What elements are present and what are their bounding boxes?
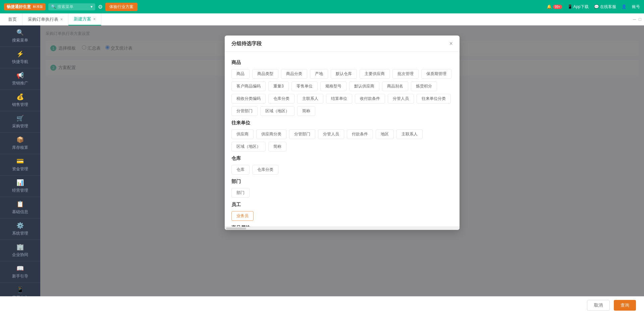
search-placeholder: 搜索菜单 xyxy=(57,4,73,10)
sidebar-item-purchase-label: 采购管理 xyxy=(12,123,28,129)
field-tag[interactable]: 分管人员 xyxy=(388,94,414,104)
field-tag[interactable]: 批次管理 xyxy=(392,69,419,79)
sidebar-item-enterprise-label: 企业协同 xyxy=(12,252,28,258)
field-tag[interactable]: 规格型号 xyxy=(320,81,346,91)
sidebar-item-basic-label: 基础信息 xyxy=(12,209,28,215)
tab-purchase[interactable]: 采购订单执行表 × xyxy=(22,13,68,25)
field-tag[interactable]: 商品 xyxy=(231,69,250,79)
field-tag[interactable]: 供应商分类 xyxy=(256,129,286,139)
field-tag[interactable]: 业务员 xyxy=(231,211,254,221)
tab-new[interactable]: 新建方案 × xyxy=(68,13,101,25)
cancel-button[interactable]: 取消 xyxy=(587,300,610,311)
sidebar-item-quick[interactable]: ⚡ 快捷导航 xyxy=(0,47,40,68)
field-tag[interactable]: 产地 xyxy=(310,69,328,79)
sidebar-item-sales[interactable]: 💰 销售管理 xyxy=(0,90,40,111)
sidebar: 🔍 搜索菜单 ⚡ 快捷导航 📢 营销推广 💰 销售管理 🛒 采购管理 📦 库存核… xyxy=(0,25,40,314)
confirm-button[interactable]: 查询 xyxy=(614,300,636,311)
field-tag[interactable]: 商品别名 xyxy=(382,81,408,91)
field-grid-partner: 供应商 供应商分类 分管部门 分管人员 付款条件 地区 主联系人 区域（地区） … xyxy=(231,129,453,151)
field-tag[interactable]: 仓库分类 xyxy=(268,94,294,104)
sidebar-item-purchase[interactable]: 🛒 采购管理 xyxy=(0,111,40,133)
field-tag[interactable]: 主联系人 xyxy=(396,129,423,139)
search-icon: 🔍 xyxy=(51,4,56,9)
field-grid-warehouse: 仓库 仓库分类 xyxy=(231,165,453,175)
online-service[interactable]: 💬 在线客服 xyxy=(594,4,616,10)
field-tag[interactable]: 商品类型 xyxy=(252,69,278,79)
section-title-department: 部门 xyxy=(231,179,453,185)
field-tag[interactable]: 炼货积分 xyxy=(411,81,437,91)
modal-body: 商品 商品 商品类型 商品分类 产地 默认仓库 主要供应商 批次管理 保质期管理… xyxy=(225,52,460,227)
field-tag[interactable]: 仓库分类 xyxy=(252,165,278,175)
finance-icon: 💳 xyxy=(16,158,24,165)
field-tag[interactable]: 默认供应商 xyxy=(349,81,379,91)
field-tag[interactable]: 分管部门 xyxy=(289,129,315,139)
field-tag[interactable]: 收付款条件 xyxy=(355,94,385,104)
field-tag[interactable]: 部门 xyxy=(231,188,250,198)
sidebar-item-enterprise[interactable]: 🏢 企业协同 xyxy=(0,240,40,261)
field-tag[interactable]: 客户商品编码 xyxy=(231,81,266,91)
field-tag[interactable]: 往来单位分类 xyxy=(417,94,451,104)
sidebar-item-finance-label: 资金管理 xyxy=(12,166,28,172)
field-tag[interactable]: 商品分类 xyxy=(281,69,307,79)
message-area[interactable]: 🔔 99+ xyxy=(547,4,562,9)
sidebar-item-sales-label: 销售管理 xyxy=(12,102,28,108)
tab-home-label: 首页 xyxy=(8,16,17,22)
field-tag[interactable]: 简称 xyxy=(297,106,315,116)
sidebar-item-guide[interactable]: 📖 新手引导 xyxy=(0,261,40,283)
modal-scrollbar-track[interactable] xyxy=(225,227,460,230)
sidebar-item-search[interactable]: 🔍 搜索菜单 xyxy=(0,25,40,47)
field-tag[interactable]: 供应商 xyxy=(231,129,254,139)
tab-expand[interactable]: □ xyxy=(639,17,641,22)
modal-header: 分组待选字段 × xyxy=(225,36,460,52)
sidebar-item-operation-label: 经营管理 xyxy=(12,188,28,193)
modal-title: 分组待选字段 xyxy=(231,41,262,47)
field-tag[interactable]: 区域（地区） xyxy=(260,106,294,116)
main-content: 采购订单执行表方案设置 1 选择模板 汇总表 交叉统计表 2 方案配置 xyxy=(40,25,644,314)
tab-new-close[interactable]: × xyxy=(93,17,96,21)
field-tag[interactable]: 仓库 xyxy=(231,165,250,175)
field-grid-employee: 业务员 xyxy=(231,211,453,221)
field-tag[interactable]: 零售单位 xyxy=(291,81,318,91)
tab-purchase-close[interactable]: × xyxy=(60,17,63,22)
sidebar-item-finance[interactable]: 💳 资金管理 xyxy=(0,154,40,176)
sidebar-item-system[interactable]: ⚙️ 系统管理 xyxy=(0,218,40,240)
field-tag[interactable]: 分管人员 xyxy=(318,129,344,139)
field-tag[interactable]: 主联系人 xyxy=(297,94,323,104)
user-avatar[interactable]: 👤 xyxy=(622,4,627,9)
dropdown-icon: ▾ xyxy=(91,4,93,9)
app-download[interactable]: 📱 App下载 xyxy=(568,4,589,10)
message-badge: 99+ xyxy=(553,5,562,9)
search-menu-area[interactable]: 🔍 搜索菜单 ▾ xyxy=(48,3,95,10)
field-tag[interactable]: 区域（地区） xyxy=(231,142,266,151)
tab-new-label: 新建方案 xyxy=(74,16,91,22)
field-tag[interactable]: 简称 xyxy=(268,142,286,151)
main-layout: 🔍 搜索菜单 ⚡ 快捷导航 📢 营销推广 💰 销售管理 🛒 采购管理 📦 库存核… xyxy=(0,25,644,314)
section-title-warehouse: 仓库 xyxy=(231,155,453,162)
sidebar-item-stock-label: 库存核算 xyxy=(12,145,28,150)
apps-icon: 📱 xyxy=(16,286,24,294)
sidebar-item-operation[interactable]: 📊 经营管理 xyxy=(0,176,40,197)
field-tag[interactable]: 保质期管理 xyxy=(421,69,451,79)
field-tag[interactable]: 默认仓库 xyxy=(331,69,357,79)
tab-purchase-label: 采购订单执行表 xyxy=(28,16,58,22)
modal-close-button[interactable]: × xyxy=(449,40,453,47)
field-tag[interactable]: 地区 xyxy=(376,129,394,139)
field-tag[interactable]: 结算单位 xyxy=(326,94,352,104)
enterprise-icon: 🏢 xyxy=(16,243,24,251)
settings-icon[interactable]: ⚙ xyxy=(98,4,103,10)
tab-minimize[interactable]: ─ xyxy=(633,17,636,22)
field-tag[interactable]: 重量3 xyxy=(268,81,289,91)
field-tag[interactable]: 主要供应商 xyxy=(360,69,390,79)
sidebar-item-stock[interactable]: 📦 库存核算 xyxy=(0,133,40,154)
section-title-partner: 往来单位 xyxy=(231,120,453,126)
modal-scrollbar-thumb[interactable] xyxy=(226,228,246,230)
field-tag[interactable]: 分管部门 xyxy=(231,106,258,116)
guide-icon: 📖 xyxy=(16,265,24,272)
tab-home[interactable]: 首页 xyxy=(3,13,22,25)
sidebar-item-basic[interactable]: 📋 基础信息 xyxy=(0,197,40,218)
search-icon: 🔍 xyxy=(16,29,24,36)
field-tag[interactable]: 税收分类编码 xyxy=(231,94,266,104)
field-tag[interactable]: 付款条件 xyxy=(347,129,373,139)
sidebar-item-marketing[interactable]: 📢 营销推广 xyxy=(0,68,40,90)
experience-button[interactable]: 体验行业方案 xyxy=(105,3,138,11)
